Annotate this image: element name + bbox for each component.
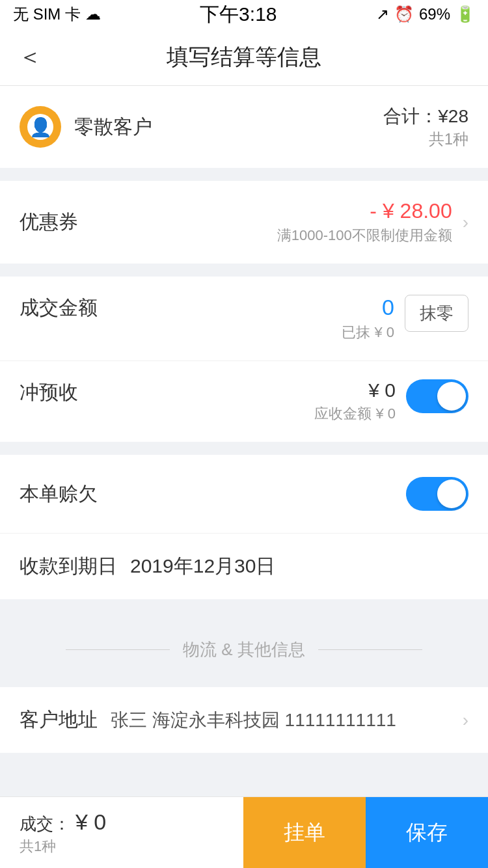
battery-level: 69% bbox=[419, 5, 450, 23]
header-line-right bbox=[318, 649, 422, 650]
coupon-row[interactable]: 优惠券 - ¥ 28.00 满1000-100不限制使用金额 › bbox=[0, 181, 488, 264]
address-label: 客户地址 bbox=[20, 707, 98, 733]
gap-1 bbox=[0, 168, 488, 181]
battery-icon: 🔋 bbox=[455, 5, 475, 23]
prepay-label: 冲预收 bbox=[20, 379, 78, 406]
debt-section: 本单赊欠 收款到期日 2019年12月30日 bbox=[0, 455, 488, 599]
prepay-row: 冲预收 ¥ 0 应收金额 ¥ 0 bbox=[0, 360, 488, 442]
bottom-bar: 成交： ¥ 0 共1种 挂单 保存 bbox=[0, 796, 488, 868]
back-button[interactable]: ＜ bbox=[18, 41, 42, 73]
prepay-value: ¥ 0 bbox=[314, 379, 396, 401]
location-icon: ↗ bbox=[376, 5, 389, 23]
deal-amount-section: 成交金额 0 已抹 ¥ 0 抹零 冲预收 ¥ 0 应收金额 ¥ 0 bbox=[0, 277, 488, 442]
debt-label: 本单赊欠 bbox=[20, 481, 98, 508]
coupon-value-col: - ¥ 28.00 满1000-100不限制使用金额 bbox=[277, 199, 452, 245]
status-bar: 无 SIM 卡 ☁ 下午3:18 ↗ ⏰ 69% 🔋 bbox=[0, 0, 488, 29]
coupon-chevron-icon: › bbox=[463, 212, 468, 233]
customer-right: 合计：¥28 共1种 bbox=[383, 104, 468, 150]
status-right: ↗ ⏰ 69% 🔋 bbox=[376, 5, 475, 23]
debt-toggle[interactable] bbox=[406, 477, 468, 511]
gap-2 bbox=[0, 264, 488, 277]
customer-total: 合计：¥28 bbox=[383, 104, 468, 129]
prepay-sub: 应收金额 ¥ 0 bbox=[314, 404, 396, 424]
gap-4 bbox=[0, 599, 488, 625]
due-date-value: 2019年12月30日 bbox=[130, 553, 275, 580]
deal-amount-label: 成交金额 bbox=[20, 295, 98, 321]
address-chevron-icon: › bbox=[463, 710, 468, 731]
gap-5 bbox=[0, 674, 488, 687]
toggle-knob bbox=[437, 382, 466, 411]
status-left: 无 SIM 卡 ☁ bbox=[13, 4, 101, 25]
hold-button[interactable]: 挂单 bbox=[243, 797, 366, 869]
customer-left: 👤 零散客户 bbox=[20, 106, 152, 148]
due-date-row: 收款到期日 2019年12月30日 bbox=[0, 533, 488, 599]
deal-amount-right: 0 已抹 ¥ 0 抹零 bbox=[342, 295, 468, 342]
status-time: 下午3:18 bbox=[200, 1, 277, 28]
header-line-left bbox=[66, 649, 170, 650]
customer-section: 👤 零散客户 合计：¥28 共1种 bbox=[0, 86, 488, 168]
logistics-section-header: 物流 & 其他信息 bbox=[0, 625, 488, 674]
save-button[interactable]: 保存 bbox=[366, 797, 488, 869]
coupon-label: 优惠券 bbox=[20, 209, 78, 236]
bottom-deal-count: 共1种 bbox=[20, 837, 224, 856]
address-row[interactable]: 客户地址 张三 海淀永丰科技园 11111111111 › bbox=[0, 687, 488, 753]
avatar-inner: 👤 bbox=[27, 114, 53, 140]
address-section: 客户地址 张三 海淀永丰科技园 11111111111 › bbox=[0, 687, 488, 753]
debt-row: 本单赊欠 bbox=[0, 455, 488, 533]
gap-3 bbox=[0, 442, 488, 455]
coupon-value: - ¥ 28.00 bbox=[277, 199, 452, 223]
deal-amount-sub: 已抹 ¥ 0 bbox=[342, 323, 394, 342]
alarm-icon: ⏰ bbox=[394, 5, 414, 23]
debt-toggle-knob bbox=[437, 480, 466, 508]
deal-amount-value-col: 0 已抹 ¥ 0 bbox=[342, 295, 394, 342]
prepay-right: ¥ 0 应收金额 ¥ 0 bbox=[314, 379, 468, 424]
address-value: 张三 海淀永丰科技园 11111111111 bbox=[111, 708, 463, 733]
coupon-section: 优惠券 - ¥ 28.00 满1000-100不限制使用金额 › bbox=[0, 181, 488, 264]
nav-bar: ＜ 填写结算等信息 bbox=[0, 29, 488, 86]
prepay-value-col: ¥ 0 应收金额 ¥ 0 bbox=[314, 379, 396, 424]
avatar: 👤 bbox=[20, 106, 61, 148]
logistics-header-text: 物流 & 其他信息 bbox=[183, 638, 305, 661]
round-zero-button[interactable]: 抹零 bbox=[405, 295, 468, 332]
coupon-desc: 满1000-100不限制使用金额 bbox=[277, 226, 452, 245]
due-date-label: 收款到期日 bbox=[20, 553, 117, 580]
bottom-deal-value: ¥ 0 bbox=[75, 809, 106, 835]
user-icon: 👤 bbox=[29, 116, 52, 138]
bottom-left: 成交： ¥ 0 共1种 bbox=[0, 809, 243, 856]
customer-count: 共1种 bbox=[383, 129, 468, 150]
content-area: 👤 零散客户 合计：¥28 共1种 优惠券 - ¥ 28.00 满1000-10… bbox=[0, 86, 488, 831]
deal-amount-row: 成交金额 0 已抹 ¥ 0 抹零 bbox=[0, 277, 488, 360]
customer-name: 零散客户 bbox=[74, 114, 152, 141]
sim-status: 无 SIM 卡 ☁ bbox=[13, 4, 101, 25]
page-title: 填写结算等信息 bbox=[167, 42, 321, 72]
prepay-toggle[interactable] bbox=[406, 379, 468, 413]
customer-row: 👤 零散客户 合计：¥28 共1种 bbox=[0, 86, 488, 168]
coupon-right: - ¥ 28.00 满1000-100不限制使用金额 › bbox=[277, 199, 468, 245]
bottom-deal-label: 成交： bbox=[20, 813, 70, 835]
deal-amount-value: 0 bbox=[342, 295, 394, 320]
